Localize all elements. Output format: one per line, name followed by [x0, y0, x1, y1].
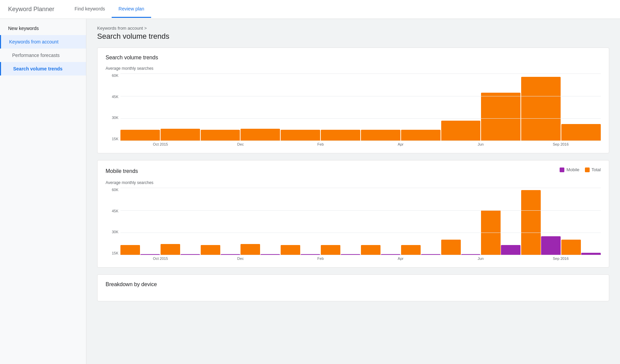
legend-mobile-label: Mobile [566, 167, 579, 172]
legend-total-dot [585, 168, 590, 172]
chart2-x-labels: Oct 2015 Dec Feb Apr Jun Sep 2016 [120, 256, 601, 261]
x-label: Feb [281, 142, 361, 146]
y-tick: 15K [106, 137, 120, 141]
legend-mobile-dot [560, 168, 564, 172]
nav-tabs: Find keywords Review plan [68, 1, 151, 18]
chart2-bars [120, 188, 601, 255]
y-tick: 45K [106, 209, 120, 213]
sidebar-item-search-volume-trends[interactable]: Search volume trends [0, 62, 86, 75]
x-label: Oct 2015 [120, 256, 200, 261]
breakdown-title: Breakdown by device [106, 281, 601, 287]
x-label: Dec [200, 256, 280, 261]
top-bar: Keyword Planner Find keywords Review pla… [0, 0, 620, 19]
main-content: Keywords from account > Search volume tr… [86, 19, 620, 364]
mobile-trends-title: Mobile trends [106, 168, 138, 174]
bars-row-1 [120, 73, 601, 141]
app-title: Keyword Planner [8, 6, 54, 13]
breadcrumb-separator: > [144, 26, 147, 31]
sidebar: New keywords Keywords from account Perfo… [0, 19, 86, 364]
chart2-y-label: Average monthly searches [106, 180, 601, 185]
x-label: Jun [441, 256, 520, 261]
tab-find-keywords[interactable]: Find keywords [68, 1, 112, 18]
legend-total-label: Total [592, 167, 601, 172]
mobile-trends-card: Mobile trends Mobile Total Average month… [97, 160, 609, 268]
chart2-area: 15K 30K 45K 60K [106, 188, 601, 261]
sidebar-item-new-keywords[interactable]: New keywords [0, 22, 86, 35]
x-label: Jun [441, 142, 520, 146]
x-label: Feb [281, 256, 361, 261]
y-tick: 60K [106, 73, 120, 78]
search-volume-card: Search volume trends Average monthly sea… [97, 48, 609, 153]
y-tick: 45K [106, 95, 120, 99]
search-volume-title: Search volume trends [106, 55, 601, 61]
breadcrumb-parent[interactable]: Keywords from account [97, 26, 143, 31]
legend: Mobile Total [560, 167, 601, 172]
x-label: Oct 2015 [120, 142, 200, 146]
sidebar-item-performance-forecasts[interactable]: Performance forecasts [0, 49, 86, 62]
legend-total: Total [585, 167, 601, 172]
chart1-bars [120, 73, 601, 141]
chart1-x-labels: Oct 2015 Dec Feb Apr Jun Sep 2016 [120, 142, 601, 146]
main-layout: New keywords Keywords from account Perfo… [0, 19, 620, 364]
x-label: Sep 2016 [521, 142, 601, 146]
x-label: Apr [361, 142, 441, 146]
sidebar-item-keywords-from-account[interactable]: Keywords from account [0, 35, 86, 49]
y-tick: 15K [106, 251, 120, 255]
chart1-y-label: Average monthly searches [106, 66, 601, 71]
page-title: Search volume trends [97, 32, 609, 41]
x-label: Apr [361, 256, 441, 261]
x-label: Dec [200, 142, 280, 146]
breakdown-device-card: Breakdown by device [97, 274, 609, 301]
y-tick: 30K [106, 116, 120, 120]
x-label: Sep 2016 [521, 256, 601, 261]
y-tick: 60K [106, 188, 120, 192]
breadcrumb: Keywords from account > [97, 26, 609, 31]
y-tick: 30K [106, 230, 120, 234]
chart1-area: 15K 30K 45K 60K [106, 73, 601, 146]
legend-mobile: Mobile [560, 167, 579, 172]
tab-review-plan[interactable]: Review plan [112, 1, 151, 18]
